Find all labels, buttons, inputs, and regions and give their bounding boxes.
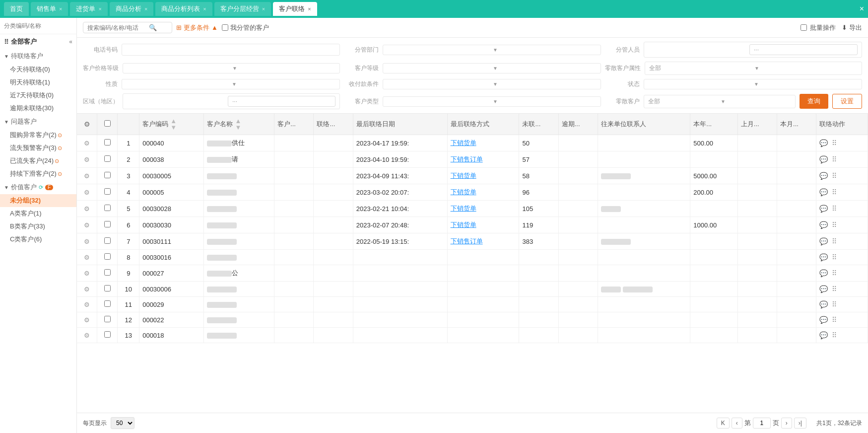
chat-icon[interactable]: 💬	[819, 316, 828, 324]
th-last-contact-date[interactable]: 最后联络日期	[353, 114, 447, 135]
close-product-analysis-list-icon[interactable]: ×	[203, 6, 206, 12]
sidebar-item-hoard-anomaly[interactable]: 囤购异常客户(2) ⊙	[0, 129, 76, 142]
chat-icon[interactable]: 💬	[819, 205, 828, 213]
table-cell-actions[interactable]: 💬 ⠿	[816, 233, 868, 250]
sidebar-item-b-tier[interactable]: B类客户(33)	[0, 220, 76, 233]
table-cell[interactable]: 下销货单	[447, 135, 519, 151]
grid-action-icon[interactable]: ⠿	[832, 269, 837, 277]
table-cell[interactable]: 下销货单	[447, 168, 519, 184]
chat-icon[interactable]: 💬	[819, 172, 828, 180]
row-checkbox[interactable]	[104, 285, 111, 291]
grid-action-icon[interactable]: ⠿	[832, 300, 837, 308]
close-window-button[interactable]: ×	[860, 4, 864, 13]
grid-action-icon[interactable]: ⠿	[832, 331, 837, 339]
grid-action-icon[interactable]: ⠿	[832, 253, 837, 261]
customer-type-dropdown[interactable]: ▼	[383, 96, 601, 107]
th-last-contact-method[interactable]: 最后联络方式	[447, 114, 519, 135]
table-cell-actions[interactable]: 💬 ⠿	[816, 250, 868, 265]
th-contact[interactable]: 联络...	[314, 114, 353, 135]
tab-home[interactable]: 首页	[4, 2, 29, 16]
all-customers-header[interactable]: ⠿ 全部客户 «	[0, 34, 76, 49]
table-cell[interactable]: 下销货单	[447, 184, 519, 201]
th-last-month[interactable]: 上月...	[737, 114, 777, 135]
table-cell-actions[interactable]: 💬 ⠿	[816, 217, 868, 233]
search-input[interactable]	[87, 24, 147, 31]
row-checkbox[interactable]	[104, 253, 111, 260]
grid-action-icon[interactable]: ⠿	[832, 188, 837, 196]
grid-action-icon[interactable]: ⠿	[832, 139, 837, 147]
table-cell[interactable]	[97, 135, 118, 151]
grid-action-icon[interactable]: ⠿	[832, 155, 837, 163]
th-unit-contact[interactable]: 往来单位联系人	[598, 114, 690, 135]
table-cell-actions[interactable]: 💬 ⠿	[816, 328, 868, 343]
row-checkbox[interactable]	[104, 172, 111, 178]
row-checkbox[interactable]	[104, 221, 111, 227]
close-product-analysis-icon[interactable]: ×	[144, 6, 147, 12]
row-checkbox[interactable]	[104, 188, 111, 195]
phone-input[interactable]	[122, 44, 340, 56]
chat-icon[interactable]: 💬	[819, 285, 828, 293]
more-conditions-button[interactable]: ⊞ 更多条件 ▲	[176, 23, 218, 32]
table-cell-actions[interactable]: 💬 ⠿	[816, 151, 868, 168]
table-cell[interactable]	[97, 312, 118, 328]
settings-icon[interactable]: ⚙	[84, 120, 90, 128]
table-cell[interactable]	[97, 184, 118, 201]
chat-icon[interactable]: 💬	[819, 221, 828, 229]
sidebar-item-overdue-contact[interactable]: 逾期未联络(30)	[0, 102, 76, 115]
sidebar-item-a-tier[interactable]: A类客户(1)	[0, 207, 76, 220]
table-cell[interactable]: 下销货单	[447, 217, 519, 233]
problem-group-header[interactable]: ▼ 问题客户	[0, 115, 76, 129]
th-no-contact-days[interactable]: 未联...	[519, 114, 558, 135]
my-customers-filter[interactable]: 我分管的客户	[222, 23, 269, 32]
th-type[interactable]: 客户...	[274, 114, 314, 135]
contact-method-link[interactable]: 下销货单	[451, 172, 476, 179]
table-cell-actions[interactable]: 💬 ⠿	[816, 312, 868, 328]
select-all-checkbox[interactable]	[104, 120, 111, 127]
score-refresh-icon[interactable]: ⟳	[39, 184, 43, 191]
row-checkbox[interactable]	[104, 300, 111, 307]
prev-page-button[interactable]: ‹	[732, 418, 742, 429]
next-page-button[interactable]: ›	[781, 418, 792, 429]
table-cell[interactable]: 下销售订单	[447, 233, 519, 250]
table-cell[interactable]	[97, 297, 118, 312]
batch-checkbox[interactable]	[801, 24, 807, 31]
table-cell[interactable]: 下销货单	[447, 201, 519, 217]
th-code[interactable]: 客户编码 ▲▼	[139, 114, 204, 135]
chat-icon[interactable]: 💬	[819, 269, 828, 277]
grid-action-icon[interactable]: ⠿	[832, 205, 837, 213]
table-cell[interactable]	[97, 265, 118, 282]
name-sort-arrows[interactable]: ▲▼	[235, 118, 241, 131]
customer-tier-dropdown[interactable]: ▼	[383, 63, 601, 73]
contact-method-link[interactable]: 下销货单	[451, 205, 476, 212]
query-button[interactable]: 查询	[800, 94, 828, 109]
table-cell-actions[interactable]: 💬 ⠿	[816, 135, 868, 151]
tab-product-analysis[interactable]: 商品分析 ×	[110, 2, 153, 16]
th-name[interactable]: 客户名称 ▲▼	[204, 114, 274, 135]
th-this-year[interactable]: 本年...	[690, 114, 737, 135]
th-checkbox[interactable]	[97, 114, 118, 135]
table-cell[interactable]	[97, 151, 118, 168]
table-cell-actions[interactable]: 💬 ⠿	[816, 201, 868, 217]
chat-icon[interactable]: 💬	[819, 300, 828, 308]
sidebar-item-churn-warning[interactable]: 流失预警客户(3) ⊙	[0, 142, 76, 154]
sidebar-item-c-tier[interactable]: C类客户(6)	[0, 233, 76, 246]
table-cell-actions[interactable]: 💬 ⠿	[816, 168, 868, 184]
export-button[interactable]: ⬇ 导出	[842, 23, 862, 32]
contact-method-link[interactable]: 下销货单	[451, 188, 476, 196]
row-checkbox[interactable]	[104, 237, 111, 244]
region-ellipsis-icon[interactable]: ···	[228, 96, 335, 107]
chat-icon[interactable]: 💬	[819, 237, 828, 245]
person-dropdown[interactable]: ···	[644, 42, 862, 58]
last-page-button[interactable]: ›|	[794, 418, 806, 429]
collapse-sidebar-icon[interactable]: «	[69, 38, 72, 45]
table-cell[interactable]	[97, 282, 118, 297]
retail-attr-dropdown[interactable]: 全部 ▼	[645, 62, 862, 75]
table-cell-actions[interactable]: 💬 ⠿	[816, 282, 868, 297]
grid-action-icon[interactable]: ⠿	[832, 237, 837, 245]
table-cell-actions[interactable]: 💬 ⠿	[816, 297, 868, 312]
close-customer-tier-icon[interactable]: ×	[262, 6, 265, 12]
th-contact-action[interactable]: 联络动作	[816, 114, 868, 135]
th-overdue[interactable]: 逾期...	[558, 114, 598, 135]
table-cell[interactable]	[97, 250, 118, 265]
contact-method-link[interactable]: 下销售订单	[451, 155, 483, 163]
